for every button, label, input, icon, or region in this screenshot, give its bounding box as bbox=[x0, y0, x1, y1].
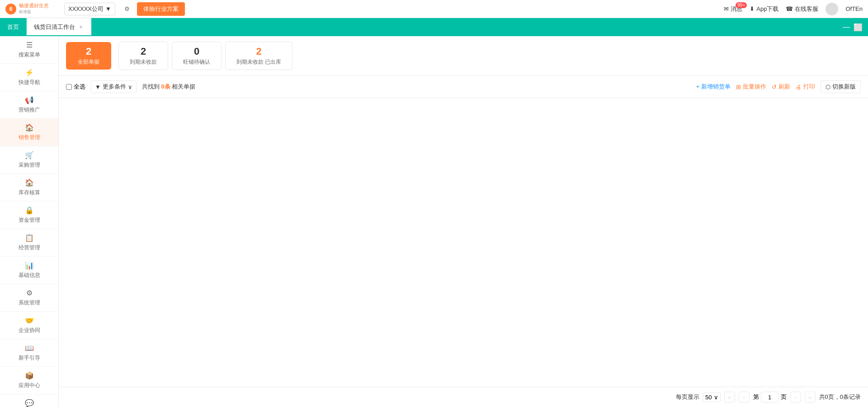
total-text: 共0页，0条记录 bbox=[819, 393, 861, 401]
tab-close-icon[interactable]: × bbox=[78, 24, 84, 30]
count-text: 共找到 0条 相关单据 bbox=[142, 83, 195, 91]
top-bar: 6 畅捷通好生意 标准版 XXXXXX公司 ▼ ⚙ 体验行业方案 ✉ 消息 99… bbox=[0, 0, 868, 18]
stat-tab-wangpu[interactable]: 0 旺铺待确认 bbox=[172, 42, 222, 70]
sidebar-item-app-center[interactable]: 📦应用中心 bbox=[0, 367, 58, 394]
tab-minimize-button[interactable]: — bbox=[843, 23, 850, 31]
stat-num-unshipped: 2 bbox=[256, 46, 262, 57]
sidebar-icon-system: ⚙ bbox=[26, 289, 33, 297]
last-page-button[interactable]: » bbox=[805, 392, 816, 402]
sidebar-item-sales[interactable]: 🏠销售管理 bbox=[0, 119, 58, 146]
print-button[interactable]: 🖨 打印 bbox=[796, 83, 815, 91]
refresh-button[interactable]: ↺ 刷新 bbox=[772, 83, 790, 91]
tab-home[interactable]: 首页 bbox=[0, 18, 27, 36]
logo-icon: 6 bbox=[5, 4, 16, 14]
sidebar-item-marketing[interactable]: 📢营销推广 bbox=[0, 91, 58, 119]
sidebar-icon-sales: 🏠 bbox=[25, 123, 34, 132]
sidebar: ☰搜索菜单⚡快捷导航📢营销推广🏠销售管理🛒采购管理🏠库存核算🔒资金管理📋经营管理… bbox=[0, 36, 59, 407]
sidebar-item-enterprise[interactable]: 🤝企业协同 bbox=[0, 312, 58, 339]
username[interactable]: OfTEn bbox=[845, 5, 863, 12]
page-input-area: 第 页 bbox=[753, 392, 787, 402]
service-icon: ☎ bbox=[786, 5, 793, 12]
sidebar-icon-quick-nav: ⚡ bbox=[25, 68, 34, 77]
sidebar-icon-purchase: 🛒 bbox=[25, 151, 34, 159]
select-all-checkbox[interactable]: 全选 bbox=[66, 83, 85, 91]
first-page-button[interactable]: « bbox=[724, 392, 735, 402]
batch-icon: ⊞ bbox=[736, 84, 741, 90]
sidebar-item-finance[interactable]: 🔒资金管理 bbox=[0, 201, 58, 229]
sidebar-item-search-menu[interactable]: ☰搜索菜单 bbox=[0, 36, 58, 64]
stat-label-overdue: 到期未收款 bbox=[130, 58, 157, 66]
sidebar-item-purchase[interactable]: 🛒采购管理 bbox=[0, 146, 58, 174]
online-service-button[interactable]: ☎ 在线客服 bbox=[786, 5, 818, 13]
sidebar-icon-wechat: 💬 bbox=[25, 399, 34, 407]
sidebar-item-basic-info[interactable]: 📊基础信息 bbox=[0, 257, 58, 284]
logo-sub: 标准版 bbox=[19, 9, 49, 15]
toolbar-right: + 新增销货单 ⊞ 批量操作 ↺ 刷新 🖨 打印 ⬡ 切换新版 bbox=[696, 80, 861, 93]
sidebar-item-inventory[interactable]: 🏠库存核算 bbox=[0, 174, 58, 201]
company-selector[interactable]: XXXXXX公司 ▼ bbox=[64, 3, 115, 15]
sidebar-item-system[interactable]: ⚙系统管理 bbox=[0, 284, 58, 312]
tab-maximize-button[interactable]: ⬜ bbox=[854, 23, 863, 32]
stat-tab-unshipped[interactable]: 2 到期未收款 已出库 bbox=[225, 42, 292, 70]
next-page-button[interactable]: › bbox=[790, 392, 801, 402]
page-number-input[interactable] bbox=[761, 392, 779, 402]
experience-button[interactable]: 体验行业方案 bbox=[137, 2, 185, 16]
logo-area: 6 畅捷通好生意 标准版 bbox=[5, 3, 64, 14]
page-size-select[interactable]: 50 ∨ bbox=[703, 393, 720, 402]
page-size-label: 每页显示 bbox=[676, 393, 699, 401]
chevron-down-icon: ▼ bbox=[105, 5, 111, 12]
logo-text: 畅捷通好生意 bbox=[19, 3, 49, 9]
sidebar-icon-basic-info: 📊 bbox=[25, 261, 34, 270]
sidebar-item-operation[interactable]: 📋经营管理 bbox=[0, 229, 58, 257]
tab-active[interactable]: 钱货日清工作台 × bbox=[27, 18, 91, 36]
sidebar-icon-app-center: 📦 bbox=[25, 371, 34, 380]
pagination-bar: 每页显示 50 ∨ « ‹ 第 页 › » 共0页，0条记录 bbox=[59, 387, 868, 407]
print-icon: 🖨 bbox=[796, 84, 802, 90]
sidebar-icon-finance: 🔒 bbox=[25, 206, 34, 215]
stat-tab-all[interactable]: 2 全部单据 bbox=[66, 42, 111, 70]
app-download-button[interactable]: ⬇ App下载 bbox=[750, 5, 778, 13]
sidebar-item-guide[interactable]: 📖新手引导 bbox=[0, 339, 58, 367]
message-icon: ✉ bbox=[724, 5, 729, 12]
table-area bbox=[59, 98, 868, 387]
sidebar-item-wechat[interactable]: 💬企业微信 bbox=[0, 394, 58, 407]
stat-label-wangpu: 旺铺待确认 bbox=[183, 58, 210, 66]
stat-num-overdue: 2 bbox=[141, 46, 146, 57]
stat-label-unshipped: 到期未收款 已出库 bbox=[236, 58, 281, 66]
avatar bbox=[826, 3, 838, 15]
switch-version-button[interactable]: ⬡ 切换新版 bbox=[821, 80, 861, 93]
tab-bar-right: — ⬜ bbox=[843, 23, 868, 32]
prev-page-button[interactable]: ‹ bbox=[739, 392, 750, 402]
sidebar-icon-inventory: 🏠 bbox=[25, 178, 34, 187]
add-sale-order-button[interactable]: + 新增销货单 bbox=[696, 83, 731, 91]
refresh-icon: ↺ bbox=[772, 84, 777, 90]
settings-button[interactable]: ⚙ bbox=[121, 3, 133, 15]
stat-num-wangpu: 0 bbox=[194, 46, 199, 57]
stat-tab-overdue[interactable]: 2 到期未收款 bbox=[118, 42, 168, 70]
switch-icon: ⬡ bbox=[826, 84, 830, 90]
tab-bar: 首页 钱货日清工作台 × — ⬜ bbox=[0, 18, 868, 36]
content-area: 2 全部单据 2 到期未收款 0 旺铺待确认 2 到期未收款 已出库 bbox=[59, 36, 868, 407]
stats-tabs: 2 全部单据 2 到期未收款 0 旺铺待确认 2 到期未收款 已出库 bbox=[59, 36, 868, 76]
message-button[interactable]: ✉ 消息 99+ bbox=[724, 5, 742, 13]
sidebar-icon-search-menu: ☰ bbox=[26, 41, 33, 49]
sidebar-icon-operation: 📋 bbox=[25, 234, 34, 242]
top-bar-actions: ⚙ 体验行业方案 bbox=[121, 2, 185, 16]
stat-num-all: 2 bbox=[86, 46, 91, 57]
top-bar-right: ✉ 消息 99+ ⬇ App下载 ☎ 在线客服 OfTEn bbox=[724, 3, 863, 15]
sidebar-icon-enterprise: 🤝 bbox=[25, 316, 34, 325]
main-layout: ☰搜索菜单⚡快捷导航📢营销推广🏠销售管理🛒采购管理🏠库存核算🔒资金管理📋经营管理… bbox=[0, 36, 868, 407]
download-icon: ⬇ bbox=[750, 5, 755, 12]
toolbar: 全选 ▼ 更多条件 ∨ 共找到 0条 相关单据 + 新增销货单 ⊞ 批量操作 bbox=[59, 76, 868, 98]
batch-operation-button[interactable]: ⊞ 批量操作 bbox=[736, 83, 766, 91]
select-all-input[interactable] bbox=[66, 84, 72, 90]
filter-icon: ▼ bbox=[95, 84, 101, 90]
sidebar-icon-guide: 📖 bbox=[25, 344, 34, 352]
sidebar-item-quick-nav[interactable]: ⚡快捷导航 bbox=[0, 64, 58, 91]
chevron-down-icon: ∨ bbox=[714, 394, 718, 401]
stat-label-all: 全部单据 bbox=[78, 58, 99, 66]
filter-chevron-icon: ∨ bbox=[128, 84, 132, 90]
sidebar-icon-marketing: 📢 bbox=[25, 96, 34, 104]
message-badge: 99+ bbox=[736, 2, 747, 8]
filter-button[interactable]: ▼ 更多条件 ∨ bbox=[91, 80, 137, 93]
